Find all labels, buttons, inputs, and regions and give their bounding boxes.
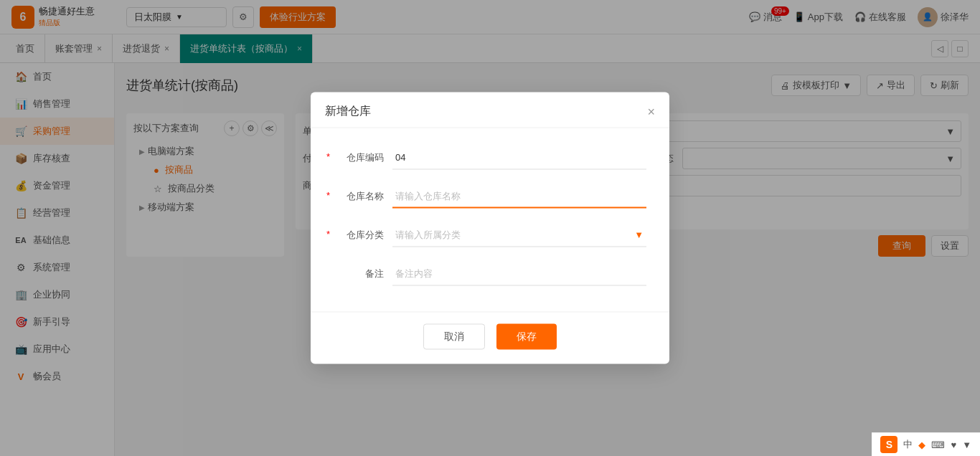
category-placeholder: 请输入所属分类 [395, 228, 461, 241]
name-label: 仓库名称 [334, 190, 384, 203]
category-label: 仓库分类 [334, 229, 384, 242]
field-name: 仓库名称 [334, 184, 646, 209]
modal-header: 新增仓库 × [311, 92, 669, 128]
modal-body: 仓库编码 仓库名称 仓库分类 请输入所属分类 ▼ 备注 [311, 128, 669, 312]
name-input[interactable] [392, 184, 646, 209]
remark-label: 备注 [334, 267, 384, 280]
cancel-button[interactable]: 取消 [423, 324, 485, 350]
new-warehouse-modal: 新增仓库 × 仓库编码 仓库名称 仓库分类 请输入所属分类 ▼ 备注 取消 保存 [311, 92, 669, 364]
field-category: 仓库分类 请输入所属分类 ▼ [334, 223, 646, 247]
diamond-icon: ◆ [918, 440, 925, 450]
code-input[interactable] [392, 146, 646, 170]
category-chevron-icon: ▼ [634, 229, 644, 240]
code-label: 仓库编码 [334, 151, 384, 164]
arrow-icon: ▼ [962, 440, 971, 450]
remark-input[interactable] [392, 262, 646, 286]
modal-close-button[interactable]: × [647, 105, 655, 118]
s-brand-icon: S [880, 436, 897, 453]
heart-icon: ♥ [951, 440, 956, 450]
category-select[interactable]: 请输入所属分类 ▼ [392, 223, 646, 247]
modal-footer: 取消 保存 [311, 312, 669, 364]
field-code: 仓库编码 [334, 146, 646, 170]
field-remark: 备注 [334, 262, 646, 286]
keyboard-icon: ⌨ [931, 440, 945, 450]
statusbar: S 中 ◆ ⌨ ♥ ▼ [872, 432, 980, 456]
zh-icon: 中 [903, 438, 913, 451]
save-button[interactable]: 保存 [496, 324, 557, 350]
modal-title: 新增仓库 [325, 104, 371, 119]
